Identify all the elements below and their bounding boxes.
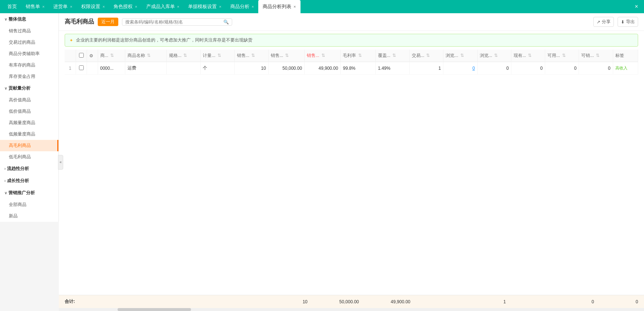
filter-recent-month-button[interactable]: 近一月 <box>98 18 118 26</box>
sidebar-item-high-freq[interactable]: 高频量度商品 <box>0 117 58 129</box>
tab-role[interactable]: 角色授权 × <box>109 0 141 13</box>
tab-analysis-list[interactable]: 商品分析列表 × <box>258 0 300 13</box>
sidebar-section-marketing[interactable]: ∨ 营销推广分析 <box>0 187 58 199</box>
col-sales-amt[interactable]: 销售... ⇅ <box>268 50 304 62</box>
sort-icon-8: ⇅ <box>358 53 362 58</box>
col-available[interactable]: 可用... ⇅ <box>545 50 579 62</box>
tab-permission[interactable]: 权限设置 × <box>77 0 109 13</box>
close-purchase-tab[interactable]: × <box>70 4 72 9</box>
search-icon[interactable]: 🔍 <box>223 19 229 25</box>
sidebar-item-all-goods[interactable]: 全部商品 <box>0 199 58 210</box>
sidebar-collapse-button[interactable]: « <box>58 155 63 170</box>
sort-icon-2: ⇅ <box>147 53 151 58</box>
col-browse1[interactable]: 浏览... ⇅ <box>443 50 477 62</box>
sidebar-item-traded-goods[interactable]: 交易过的商品 <box>0 37 58 48</box>
close-analysis-list-tab[interactable]: × <box>294 4 296 9</box>
cell-trade: 1 <box>409 62 443 75</box>
tab-analysis[interactable]: 商品分析 × <box>226 0 258 13</box>
col-checkbox[interactable] <box>76 50 87 62</box>
cell-current: 0 <box>511 62 545 75</box>
sidebar-item-sales-goods[interactable]: 销售过商品 <box>0 25 58 37</box>
cell-settings <box>87 62 98 75</box>
col-sellable[interactable]: 可销... ⇅ <box>579 50 613 62</box>
sort-icon-5: ⇅ <box>251 53 255 58</box>
cell-sales-cost: 49,900.00 <box>305 62 341 75</box>
sidebar-section-growth[interactable]: › 成长性分析 <box>0 175 58 187</box>
sort-icon-4: ⇅ <box>217 53 221 58</box>
close-role-tab[interactable]: × <box>135 4 137 9</box>
close-template-tab[interactable]: × <box>219 4 221 9</box>
cell-browse1[interactable]: 0 <box>443 62 477 75</box>
col-sales-cost[interactable]: 销售... ⇅ <box>305 50 341 62</box>
sidebar-section-overall[interactable]: ∨ 整体信息 <box>0 13 58 25</box>
close-permission-tab[interactable]: × <box>102 4 105 9</box>
scroll-thumb[interactable] <box>118 308 191 311</box>
col-coverage[interactable]: 覆盖... ⇅ <box>375 50 409 62</box>
export-icon: ⬇ <box>621 19 625 25</box>
col-spec[interactable]: 规格... ⇅ <box>167 50 201 62</box>
sidebar-section-wealth[interactable]: ∨ 贡献量分析 <box>0 82 58 94</box>
table-row: 1 0000... 运费 个 10 50,000.00 49,900.00 99… <box>65 62 638 75</box>
cell-browse2: 0 <box>477 62 511 75</box>
export-button[interactable]: ⬇ 导出 <box>618 17 638 27</box>
close-window-button[interactable]: × <box>632 3 641 10</box>
col-tag[interactable]: 标签 <box>613 50 638 62</box>
share-icon: ↗ <box>597 19 600 25</box>
tab-product-in[interactable]: 产成品入库单 × <box>142 0 184 13</box>
sidebar-item-high-value[interactable]: 高价值商品 <box>0 94 58 106</box>
cell-spec <box>167 62 201 75</box>
col-sales-qty[interactable]: 销售... ⇅ <box>234 50 268 62</box>
sidebar-item-high-margin[interactable]: 高毛利商品 <box>0 140 58 151</box>
cell-sales-amt: 50,000.00 <box>268 62 304 75</box>
cell-margin-rate: 99.8% <box>341 62 375 75</box>
sort-icon-14: ⇅ <box>562 53 566 58</box>
sort-icon-10: ⇅ <box>426 53 430 58</box>
sidebar-item-low-value[interactable]: 低价值商品 <box>0 106 58 117</box>
footer-label: 合计: <box>65 299 75 305</box>
chevron-down-icon-2: ∨ <box>4 86 7 90</box>
search-input[interactable] <box>125 19 223 25</box>
col-browse2[interactable]: 浏览... ⇅ <box>477 50 511 62</box>
col-name[interactable]: 商品名称 ⇅ <box>125 50 167 62</box>
sidebar-item-stock-occupy[interactable]: 库存资金占用 <box>0 71 58 82</box>
col-idx <box>65 50 76 62</box>
page-title: 高毛利商品 <box>65 18 94 26</box>
col-margin-rate[interactable]: 毛利率 ⇅ <box>341 50 375 62</box>
tab-purchase[interactable]: 进货单 × <box>49 0 76 13</box>
close-product-in-tab[interactable]: × <box>177 4 179 9</box>
table-header-row: ⚙ 商... ⇅ 商品名称 ⇅ 规格... ⇅ <box>65 50 638 62</box>
tab-home[interactable]: 首页 <box>3 0 21 13</box>
sidebar-section-trend[interactable]: › 流趋性分析 <box>0 163 58 175</box>
row-checkbox[interactable] <box>79 65 84 70</box>
col-code[interactable]: 商... ⇅ <box>98 50 125 62</box>
footer-sales-amt: 50,000.00 <box>330 299 359 304</box>
sidebar-item-new-goods[interactable]: 新品 <box>0 210 58 222</box>
close-analysis-tab[interactable]: × <box>252 4 254 9</box>
col-trade[interactable]: 交易... ⇅ <box>409 50 443 62</box>
col-current[interactable]: 现有... ⇅ <box>511 50 545 62</box>
sort-icon-12: ⇅ <box>494 53 498 58</box>
table-body: 1 0000... 运费 个 10 50,000.00 49,900.00 99… <box>65 62 638 75</box>
cell-name[interactable]: 运费 <box>125 62 167 75</box>
sort-icon-7: ⇅ <box>321 53 325 58</box>
share-button[interactable]: ↗ 分享 <box>593 17 614 27</box>
tab-template[interactable]: 单据模板设置 × <box>184 0 226 13</box>
cell-checkbox[interactable] <box>76 62 87 75</box>
horizontal-scrollbar[interactable] <box>59 308 644 311</box>
chevron-down-icon: ∨ <box>4 17 7 21</box>
select-all-checkbox[interactable] <box>79 53 84 58</box>
col-settings[interactable]: ⚙ <box>87 50 98 62</box>
close-sales-tab[interactable]: × <box>42 4 44 9</box>
sidebar-item-goods-analysis[interactable]: 商品分类辅助率 <box>0 48 58 59</box>
sidebar-item-low-freq[interactable]: 低频量度商品 <box>0 129 58 140</box>
sidebar-item-in-stock[interactable]: 有库存的商品 <box>0 59 58 71</box>
chevron-right-icon: › <box>4 167 6 171</box>
cell-sellable: 0 <box>579 62 613 75</box>
sidebar-item-low-margin[interactable]: 低毛利商品 <box>0 151 58 163</box>
top-navigation: 首页 销售单 × 进货单 × 权限设置 × 角色授权 × 产成品入库单 × 单据… <box>0 0 644 13</box>
footer-totals-bar: 合计: 10 50,000.00 49,900.00 1 0 0 <box>59 295 644 308</box>
tab-sales[interactable]: 销售单 × <box>21 0 49 13</box>
cell-idx: 1 <box>65 62 76 75</box>
col-unit[interactable]: 计量... ⇅ <box>201 50 234 62</box>
data-table: ⚙ 商... ⇅ 商品名称 ⇅ 规格... ⇅ <box>65 50 638 75</box>
